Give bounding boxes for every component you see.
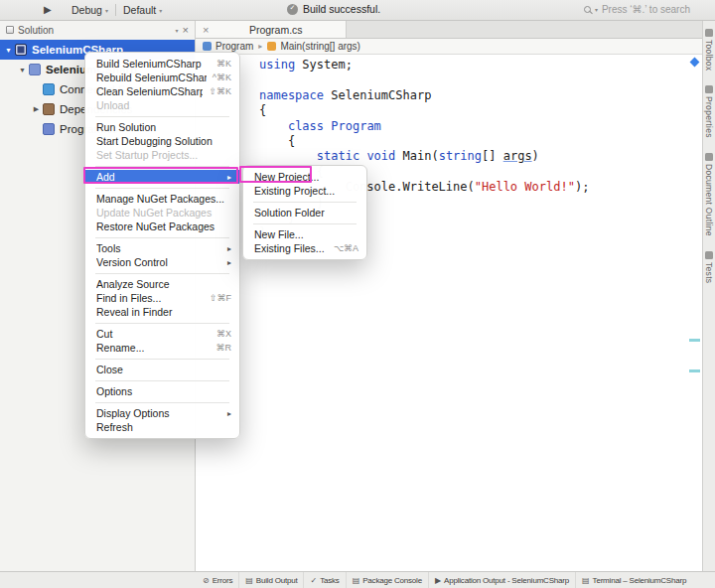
menu-item-label: Set Startup Projects... [96, 149, 231, 161]
context-menu-item-rename[interactable]: Rename...⌘R [85, 341, 239, 355]
menu-item-shortcut: ⌘R [216, 343, 232, 353]
add-submenu-item-solution-folder[interactable]: Solution Folder [243, 206, 366, 220]
code-area[interactable]: using System; namespace SeleniumCSharp{ … [196, 55, 702, 571]
context-menu-item-version-control[interactable]: Version Control▸ [85, 255, 239, 269]
context-menu-item-options[interactable]: Options [85, 384, 239, 398]
context-menu-item-close[interactable]: Close [85, 363, 239, 376]
code-token: "Hello World!" [475, 180, 575, 194]
rail-tab-toolbox[interactable]: Toolbox [704, 29, 714, 71]
code-token: ); [575, 180, 589, 194]
solution-icon [15, 44, 27, 56]
menu-item-label: Display Options [96, 407, 221, 419]
code-token: void [366, 149, 395, 163]
menu-item-label: Restore NuGet Packages [96, 220, 231, 232]
menu-separator [85, 376, 239, 384]
context-menu-item-add[interactable]: Add▸ [85, 170, 239, 184]
statusbar-item-terminal-seleniumcsharp[interactable]: ▤Terminal – SeleniumCSharp [575, 572, 692, 588]
statusbar-items: ⊘Errors▤Build Output✓Tasks▤Package Conso… [0, 571, 715, 588]
context-menu-item-start-debugging-solution[interactable]: Start Debugging Solution [85, 134, 239, 148]
rail-tab-properties[interactable]: Properties [704, 85, 714, 138]
context-menu-item-display-options[interactable]: Display Options▸ [85, 406, 239, 420]
breadcrumb-item-program[interactable]: Program [203, 41, 253, 52]
tab-program-cs[interactable]: × Program.cs [196, 21, 347, 38]
disclosure-expanded-icon[interactable]: ▼ [2, 47, 15, 54]
add-submenu-item-existing-project[interactable]: Existing Project... [243, 184, 366, 198]
menu-item-label: New File... [254, 228, 358, 240]
context-menu-item-analyze-source[interactable]: Analyze Source [85, 277, 239, 291]
context-menu-item-tools[interactable]: Tools▸ [85, 241, 239, 255]
solution-pad-icon [6, 26, 14, 34]
menu-item-label: Existing Project... [254, 185, 358, 197]
context-menu-item-reveal-in-finder[interactable]: Reveal in Finder [85, 305, 239, 319]
breadcrumb-item-main-string-args[interactable]: Main(string[] args) [267, 41, 360, 52]
properties-icon [705, 85, 713, 93]
editor-tabstrip: × Program.cs [196, 21, 702, 39]
package-console-icon: ▤ [353, 576, 360, 585]
pad-close-icon[interactable]: × [183, 24, 189, 36]
statusbar-item-label: Build Output [256, 576, 298, 585]
breadcrumb-label: Program [215, 41, 253, 52]
code-token: ) [532, 149, 539, 163]
menu-item-label: Options [96, 385, 231, 397]
context-menu-item-manage-nuget-packages[interactable]: Manage NuGet Packages... [85, 192, 239, 206]
rail-tab-label: Properties [704, 96, 714, 138]
context-menu-item-set-startup-projects: Set Startup Projects... [85, 148, 239, 162]
chevron-down-icon: ▾ [105, 7, 108, 14]
code-token [259, 119, 288, 133]
menu-separator [243, 220, 366, 227]
context-menu-item-build-seleniumcsharp[interactable]: Build SeleniumCSharp⌘K [85, 57, 239, 71]
menu-item-label: Start Debugging Solution [96, 135, 231, 147]
project-icon [29, 64, 41, 75]
statusbar-item-tasks[interactable]: ✓Tasks [303, 572, 345, 588]
run-target-selector[interactable]: Default ▾ [123, 4, 162, 16]
submenu-arrow-icon: ▸ [227, 409, 231, 418]
run-button[interactable]: ▶ [44, 4, 52, 15]
csharp-file-icon [43, 123, 55, 135]
global-search[interactable]: ▾ Press ‘⌘.’ to search [584, 4, 690, 15]
code-token: { [259, 103, 266, 117]
rail-tab-document-outline[interactable]: Document Outline [704, 153, 714, 236]
context-menu-item-clean-seleniumcsharp[interactable]: Clean SeleniumCSharp⇧⌘K [85, 84, 239, 98]
add-submenu-item-new-file[interactable]: New File... [243, 227, 366, 241]
rail-tab-label: Toolbox [704, 40, 714, 71]
context-menu-item-cut[interactable]: Cut⌘X [85, 327, 239, 341]
menu-separator [85, 398, 239, 406]
context-menu-item-refresh[interactable]: Refresh [85, 420, 239, 434]
tasks-icon: ✓ [310, 576, 317, 585]
menu-item-label: New Project... [254, 171, 358, 183]
disclosure-collapsed-icon[interactable]: ▶ [30, 105, 43, 113]
add-submenu-item-new-project[interactable]: New Project... [243, 170, 366, 184]
menu-item-shortcut: ⇧⌘F [210, 293, 231, 303]
rail-tab-tests[interactable]: Tests [704, 251, 714, 283]
code-token: SeleniumCSharp [324, 88, 431, 102]
code-token: static [317, 149, 359, 163]
build-status: Build successful. [287, 3, 380, 15]
search-placeholder: Press ‘⌘.’ to search [602, 4, 690, 15]
code-line: { [259, 134, 702, 149]
code-token: namespace [259, 88, 324, 102]
menu-item-shortcut: ⌘X [216, 329, 231, 339]
tab-close-icon[interactable]: × [203, 24, 209, 36]
rail-tab-label: Document Outline [704, 164, 714, 236]
statusbar-item-errors[interactable]: ⊘Errors [197, 572, 238, 588]
configuration-selector[interactable]: Debug ▾ [72, 4, 108, 16]
statusbar-item-build-output[interactable]: ▤Build Output [238, 572, 303, 588]
context-menu-item-restore-nuget-packages[interactable]: Restore NuGet Packages [85, 220, 239, 233]
context-menu-item-rebuild-seleniumcsharp[interactable]: Rebuild SeleniumCSharp^⌘K [85, 71, 239, 84]
code-token: using [259, 58, 295, 72]
code-token: string [439, 149, 482, 163]
add-submenu-item-existing-files[interactable]: Existing Files...⌥⌘A [243, 241, 366, 255]
context-menu-item-find-in-files[interactable]: Find in Files...⇧⌘F [85, 291, 239, 305]
disclosure-expanded-icon[interactable]: ▼ [16, 67, 29, 74]
statusbar-item-label: Tasks [320, 576, 339, 585]
statusbar-item-application-output-seleniumcsharp[interactable]: ▶Application Output - SeleniumCSharp [428, 572, 575, 588]
context-menu-item-run-solution[interactable]: Run Solution [85, 120, 239, 134]
configuration-label: Debug [72, 4, 102, 16]
menu-item-label: Run Solution [96, 121, 231, 133]
breadcrumb-separator-icon: ▸ [258, 42, 262, 51]
pad-menu-icon[interactable]: ▾ [176, 27, 179, 34]
menu-item-label: Tools [96, 242, 221, 254]
dependencies-icon [43, 103, 55, 115]
menu-item-label: Reveal in Finder [96, 306, 231, 318]
statusbar-item-package-console[interactable]: ▤Package Console [346, 572, 428, 588]
